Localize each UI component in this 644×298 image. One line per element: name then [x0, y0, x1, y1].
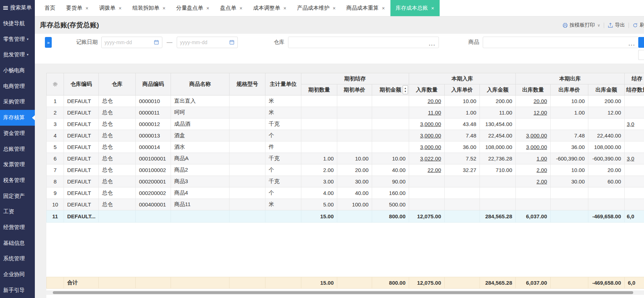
table-row[interactable]: 3DEFAULT总仓0000012成品酒千克3,000.0043.48130,4…	[47, 118, 644, 130]
column-header-结存数量[interactable]: 结存数量	[625, 84, 644, 96]
export-button[interactable]: 导出	[608, 22, 625, 28]
column-header-入库数量[interactable]: 入库数量	[409, 84, 445, 96]
tab-要货单[interactable]: 要货单×	[61, 0, 94, 16]
calendar-icon[interactable]	[229, 39, 235, 45]
sidebar-item-系统管理[interactable]: 系统管理	[0, 251, 35, 267]
sidebar-item-基础信息[interactable]: 基础信息	[0, 235, 35, 251]
refresh-button[interactable]: 刷新	[633, 22, 644, 28]
column-header-出库单价[interactable]: 出库单价	[551, 84, 588, 96]
cell-入库数量[interactable]: 3,000.00	[409, 141, 445, 153]
close-icon[interactable]: ×	[85, 6, 88, 11]
tab-分量盘点单[interactable]: 分量盘点单×	[171, 0, 215, 16]
date-from-input[interactable]	[105, 39, 154, 45]
table-row[interactable]: 7DEFAULT总仓000100002商品2个2.0020.0040.0022.…	[47, 164, 644, 176]
cell-结存数量[interactable]: 3,0	[625, 153, 644, 164]
warehouse-picker-ellipsis[interactable]: ...	[429, 41, 436, 47]
sidebar-item-发票管理[interactable]: 发票管理	[0, 157, 35, 173]
cell-出库数量[interactable]: 3,000.00	[516, 130, 551, 141]
table-row[interactable]: 1DEFAULT总仓0000010直出直入米20.0010.00200.0020…	[47, 96, 644, 107]
sidebar-item-税务管理[interactable]: 税务管理	[0, 173, 35, 188]
column-header-仓库[interactable]: 仓库	[99, 73, 136, 96]
column-header-规格型号[interactable]: 规格型号	[230, 73, 265, 96]
cell-期初数量	[301, 130, 337, 141]
sidebar-item-新手引导[interactable]: 新手引导	[0, 282, 35, 298]
table-row[interactable]: 2DEFAULT总仓0000011呵呵米11.001.0011.0012.001…	[47, 107, 644, 118]
date-to-input[interactable]	[180, 39, 229, 45]
sidebar-item-电商管理[interactable]: 电商管理	[0, 78, 35, 94]
sidebar-item-小畅电商[interactable]: 小畅电商	[0, 63, 35, 79]
close-icon[interactable]: ×	[207, 6, 209, 11]
table-row[interactable]: 6DEFAULT总仓000100001商品A千克1.0010.0010.003,…	[47, 153, 644, 164]
sidebar-item-采购管理[interactable]: 采购管理	[0, 94, 35, 110]
cell-出库数量[interactable]: 2.00	[516, 164, 551, 176]
calendar-icon[interactable]	[154, 39, 159, 45]
table-row[interactable]: 11DEFAULT...15.00800.0012,075.00284,565.…	[47, 210, 644, 223]
query-button[interactable]	[638, 37, 644, 48]
column-header-商品名称[interactable]: 商品名称	[171, 73, 230, 96]
tab-盘点单[interactable]: 盘点单×	[215, 0, 248, 16]
sidebar-item-工资[interactable]: 工资	[0, 204, 35, 220]
secondary-action-button[interactable]	[638, 50, 644, 60]
scrollbar-thumb[interactable]	[53, 291, 633, 294]
cell-出库数量[interactable]: 2.00	[516, 176, 551, 187]
tab-调拨单[interactable]: 调拨单×	[94, 0, 127, 16]
sidebar-item-经营管理[interactable]: 经营管理	[0, 220, 35, 236]
column-sort-spinner[interactable]: ▲▼	[403, 85, 408, 94]
sidebar-item-批发管理[interactable]: 批发管理▼	[0, 47, 35, 63]
sidebar-item-固定资产[interactable]: 固定资产	[0, 188, 35, 204]
cell-入库数量[interactable]: 22.00	[409, 164, 445, 176]
close-icon[interactable]: ×	[162, 6, 165, 11]
cell-出库数量[interactable]: 3,000.00	[516, 141, 551, 153]
table-row[interactable]: 4DEFAULT总仓0000013酒盒个3,000.007.4822,454.0…	[47, 130, 644, 141]
warehouse-input[interactable]	[291, 41, 429, 47]
sidebar-item-资金管理[interactable]: 资金管理	[0, 126, 35, 141]
tab-组装拆卸单[interactable]: 组装拆卸单×	[127, 0, 171, 16]
cell-出库数量[interactable]: 1.00	[516, 153, 551, 164]
sidebar-item-快捷导航[interactable]: 快捷导航	[0, 16, 35, 32]
cell-入库数量[interactable]: 20.00	[409, 96, 445, 107]
tab-库存成本总账[interactable]: 库存成本总账×	[390, 0, 440, 16]
column-settings-header[interactable]	[47, 73, 64, 96]
product-input[interactable]	[486, 41, 629, 47]
table-row[interactable]: 9DEFAULT总仓000200002商品4个4.0040.00160.00	[47, 187, 644, 199]
column-header-主计量单位[interactable]: 主计量单位	[265, 73, 301, 96]
tab-成本调整单[interactable]: 成本调整单×	[248, 0, 292, 16]
cell-入库数量[interactable]: 3,022.00	[409, 153, 445, 164]
column-header-商品编码[interactable]: 商品编码	[136, 73, 171, 96]
expand-filter-button[interactable]: »	[45, 37, 52, 48]
column-header-期初数量[interactable]: 期初数量	[301, 84, 337, 96]
close-icon[interactable]: ×	[333, 6, 335, 11]
sidebar-item-总账管理[interactable]: 总账管理	[0, 141, 35, 157]
cell-入库数量[interactable]: 11.00	[409, 107, 445, 118]
horizontal-scrollbar[interactable]	[46, 290, 644, 295]
column-header-入库单价[interactable]: 入库单价	[445, 84, 480, 96]
table-row[interactable]: 5DEFAULT总仓0000014酒水件3,000.0036.00108,000…	[47, 141, 644, 153]
column-header-出库数量[interactable]: 出库数量	[516, 84, 551, 96]
cell-入库数量[interactable]: 3,000.00	[409, 130, 445, 141]
tab-首页[interactable]: 首页	[39, 0, 61, 16]
sidebar-item-搜索菜单[interactable]: 搜索菜单	[0, 0, 35, 16]
column-header-期初金额[interactable]: 期初金额▲▼	[372, 84, 409, 96]
print-template-button[interactable]: 按模板打印 ∨	[562, 22, 600, 28]
tab-产品成本维护[interactable]: 产品成本维护×	[292, 0, 341, 16]
column-header-入库金额[interactable]: 入库金额	[480, 84, 516, 96]
table-row[interactable]: 8DEFAULT总仓000200001商品3千克3.0030.0090.002.…	[47, 176, 644, 187]
close-icon[interactable]: ×	[382, 6, 385, 11]
column-header-期初单价[interactable]: 期初单价	[337, 84, 372, 96]
cell-出库数量[interactable]: 12.00	[516, 107, 551, 118]
sidebar-item-企业协同[interactable]: 企业协同	[0, 267, 35, 283]
sidebar-item-零售管理[interactable]: 零售管理▼	[0, 31, 35, 47]
table-row[interactable]: 10DEFAULT总仓000400001商品11米5.00100.00500.0…	[47, 199, 644, 210]
column-header-仓库编码[interactable]: 仓库编码	[64, 73, 99, 96]
column-header-出库金额[interactable]: 出库金额	[588, 84, 625, 96]
product-picker-ellipsis[interactable]: ...	[629, 41, 635, 47]
close-icon[interactable]: ×	[240, 6, 242, 11]
close-icon[interactable]: ×	[283, 6, 286, 11]
close-icon[interactable]: ×	[431, 6, 434, 11]
tab-商品成本重算[interactable]: 商品成本重算×	[341, 0, 390, 16]
sidebar-item-库存核算[interactable]: 库存核算	[0, 110, 35, 126]
cell-入库数量[interactable]: 3,000.00	[409, 118, 445, 130]
cell-结存数量[interactable]: 3,0	[625, 118, 644, 130]
cell-出库数量[interactable]: 20.00	[516, 96, 551, 107]
close-icon[interactable]: ×	[119, 6, 121, 11]
